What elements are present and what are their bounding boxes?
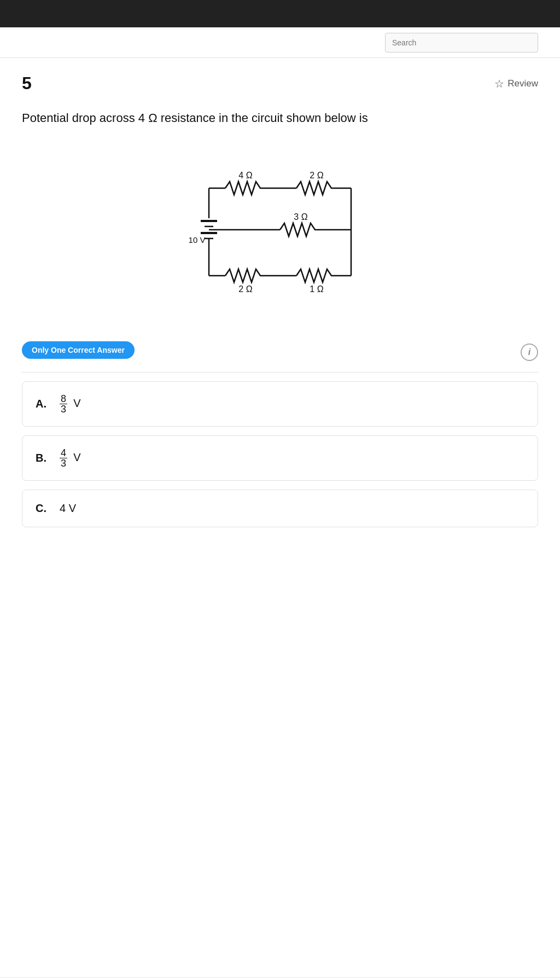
top-bar — [0, 0, 560, 27]
svg-text:2 Ω: 2 Ω — [310, 171, 323, 180]
option-c[interactable]: C. 4 V — [22, 490, 538, 527]
svg-text:2 Ω: 2 Ω — [238, 284, 252, 294]
svg-text:3 Ω: 3 Ω — [294, 212, 307, 222]
main-content: 5 ☆ Review Potential drop across 4 Ω res… — [0, 58, 560, 977]
info-icon[interactable]: i — [521, 344, 538, 361]
search-bar-area — [0, 27, 560, 58]
option-b-fraction: 4 3 — [60, 448, 67, 468]
options-divider — [22, 372, 538, 372]
svg-text:1 Ω: 1 Ω — [310, 284, 323, 294]
review-button[interactable]: ☆ Review — [494, 77, 538, 90]
option-a-label: A. — [36, 398, 51, 410]
answer-type-badge: Only One Correct Answer — [22, 341, 135, 359]
option-c-text: 4 V — [60, 502, 76, 515]
option-b-suffix: V — [73, 451, 80, 463]
svg-text:10 V: 10 V — [189, 235, 206, 245]
option-a-suffix: V — [73, 397, 80, 409]
option-b-numerator: 4 — [60, 448, 67, 458]
option-b-label: B. — [36, 452, 51, 464]
svg-text:4 Ω: 4 Ω — [238, 171, 252, 180]
option-c-label: C. — [36, 502, 51, 515]
review-label: Review — [508, 78, 538, 89]
circuit-diagram: 4 Ω 2 Ω 3 Ω 10 V 2 Ω 1 Ω — [22, 144, 538, 319]
question-header: 5 ☆ Review — [22, 73, 538, 94]
option-b-denominator: 3 — [60, 458, 67, 468]
option-a-numerator: 8 — [60, 394, 67, 404]
option-a-fraction: 8 3 — [60, 394, 67, 414]
question-number: 5 — [22, 73, 32, 94]
star-icon: ☆ — [494, 77, 504, 90]
option-b-text: 4 3 V — [60, 448, 80, 468]
option-a-denominator: 3 — [60, 404, 67, 414]
option-a-text: 8 3 V — [60, 394, 80, 414]
info-icon-label: i — [528, 347, 530, 357]
answer-type-row: Only One Correct Answer i — [22, 341, 538, 363]
question-text: Potential drop across 4 Ω resistance in … — [22, 109, 538, 127]
search-input[interactable] — [385, 33, 538, 53]
option-b[interactable]: B. 4 3 V — [22, 435, 538, 481]
option-a[interactable]: A. 8 3 V — [22, 381, 538, 427]
